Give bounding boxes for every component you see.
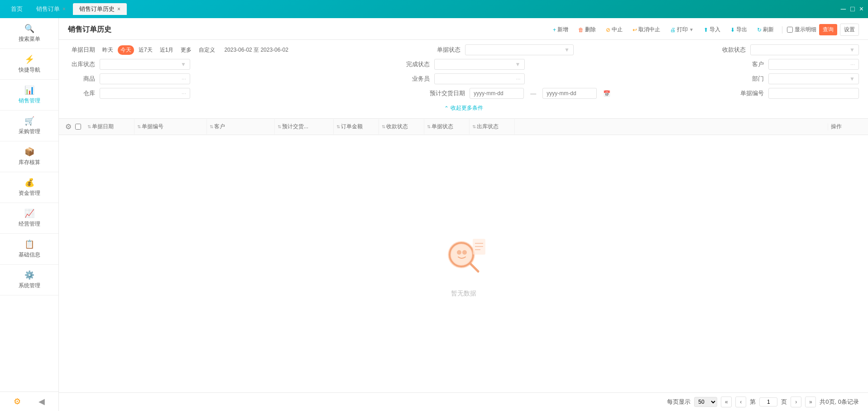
col-bill-status-sort-icon[interactable]: ⇅ — [427, 124, 431, 129]
first-page-button[interactable]: « — [721, 396, 732, 407]
tab-home[interactable]: 首页 — [5, 3, 29, 15]
cancel-stop-button[interactable]: ↩ 取消中止 — [629, 24, 664, 35]
tab-sales-order[interactable]: 销售订单 × — [30, 3, 72, 15]
date-shortcuts: 昨天 今天 近7天 近1月 更多 自定义 — [100, 45, 218, 55]
sidebar-item-sys-mgmt[interactable]: ⚙️ 系统管理 — [0, 265, 58, 295]
col-delivery-status-label: 出库状态 — [477, 123, 499, 131]
customer-filter-label: 客户 — [737, 60, 764, 68]
col-bill-status-label: 单据状态 — [432, 123, 453, 131]
tab-sales-order-history[interactable]: 销售订单历史 × — [73, 3, 127, 15]
delivery-status-dropdown-icon: ▼ — [181, 61, 186, 68]
col-delivery-status: ⇅ 出库状态 — [470, 119, 515, 134]
last-page-button[interactable]: » — [805, 396, 816, 407]
print-icon: 🖨 — [670, 27, 676, 33]
warehouse-select[interactable]: ··· — [100, 88, 190, 99]
sidebar-item-base-info[interactable]: 📋 基础信息 — [0, 234, 58, 265]
delete-icon: 🗑 — [578, 27, 584, 33]
sidebar-collapse-icon[interactable]: ◀ — [38, 396, 45, 406]
sidebar-item-inventory-calc[interactable]: 📦 库存核算 — [0, 141, 58, 172]
page-number-input[interactable] — [759, 397, 777, 406]
query-button[interactable]: 查询 — [819, 24, 837, 35]
complete-status-select[interactable]: ▼ — [434, 59, 525, 70]
print-dropdown-icon: ▼ — [689, 27, 694, 32]
col-expected-delivery-label: 预计交货... — [282, 123, 308, 131]
col-customer-sort-icon[interactable]: ⇅ — [210, 124, 213, 129]
sidebar-item-fund-mgmt[interactable]: 💰 资金管理 — [0, 172, 58, 203]
prev-page-button[interactable]: ‹ — [735, 396, 746, 407]
delete-button[interactable]: 🗑 删除 — [575, 24, 599, 35]
bill-status-select[interactable]: ▼ — [465, 44, 574, 55]
col-receipt-status: ⇅ 收款状态 — [379, 119, 424, 134]
sidebar: 🔍 搜索菜单 ⚡ 快捷导航 📊 销售管理 🛒 采购管理 📦 库存核算 💰 资金管… — [0, 18, 59, 411]
import-button[interactable]: ⬆ 导入 — [700, 24, 724, 35]
main-layout: 🔍 搜索菜单 ⚡ 快捷导航 📊 销售管理 🛒 采购管理 📦 库存核算 💰 资金管… — [0, 18, 868, 411]
display-toggle-checkbox[interactable] — [787, 27, 793, 33]
bill-no-label: 单据编号 — [737, 89, 764, 97]
shortcut-custom[interactable]: 自定义 — [196, 45, 218, 55]
salesperson-select[interactable]: ··· — [434, 73, 525, 84]
refresh-button[interactable]: ↻ 刷新 — [753, 24, 777, 35]
select-all-checkbox[interactable] — [75, 124, 81, 130]
complete-status-label: 完成状态 — [403, 60, 430, 68]
sidebar-item-sales-mgmt[interactable]: 📊 销售管理 — [0, 80, 58, 111]
content-area: 销售订单历史 + 新增 🗑 删除 ⊘ 中止 ↩ 取消中止 — [59, 18, 868, 411]
tab-sales-order-close[interactable]: × — [62, 6, 66, 12]
sidebar-item-inventory-calc-label: 库存核算 — [19, 159, 40, 166]
toolbar-divider — [782, 26, 782, 34]
shortcut-1month[interactable]: 近1月 — [157, 45, 177, 55]
table-area: ⚙ ⇅ 单据日期 ⇅ 单据编号 ⇅ 客户 — [59, 119, 868, 392]
sys-mgmt-icon: ⚙️ — [24, 270, 34, 280]
expected-date-from[interactable] — [470, 88, 524, 99]
expected-date-to[interactable] — [542, 88, 597, 99]
next-page-button[interactable]: › — [791, 396, 801, 407]
col-expected-delivery-sort-icon[interactable]: ⇅ — [278, 124, 281, 129]
import-icon: ⬆ — [704, 27, 708, 33]
col-bill-date-label: 单据日期 — [92, 123, 114, 131]
col-delivery-status-sort-icon[interactable]: ⇅ — [472, 124, 476, 129]
col-order-amount-sort-icon[interactable]: ⇅ — [336, 124, 340, 129]
page-label-suffix: 页 — [781, 398, 787, 406]
col-receipt-status-sort-icon[interactable]: ⇅ — [382, 124, 385, 129]
svg-point-4 — [457, 250, 461, 255]
sidebar-item-base-info-label: 基础信息 — [19, 251, 40, 259]
close-button[interactable]: × — [859, 5, 863, 13]
base-info-icon: 📋 — [24, 239, 34, 249]
refresh-icon: ↻ — [757, 27, 762, 33]
calendar-icon-from[interactable]: 📅 — [603, 90, 610, 97]
filter-area: 单据日期 昨天 今天 近7天 近1月 更多 自定义 2023-06-02 至 2… — [59, 40, 868, 119]
add-button[interactable]: + 新增 — [549, 24, 572, 35]
print-button[interactable]: 🖨 打印 ▼ — [667, 24, 697, 35]
sidebar-item-search-menu-label: 搜索菜单 — [19, 35, 40, 43]
sidebar-settings-icon[interactable]: ⚙ — [14, 396, 21, 406]
collapse-filter-button[interactable]: ⌃ 收起更多条件 — [442, 102, 485, 114]
empty-state: 暂无数据 — [59, 135, 868, 392]
warehouse-dots: ··· — [182, 90, 186, 97]
shortcut-more[interactable]: 更多 — [178, 45, 194, 55]
sidebar-item-ops-mgmt[interactable]: 📈 经营管理 — [0, 203, 58, 234]
tab-sales-order-history-close[interactable]: × — [117, 6, 120, 12]
display-toggle[interactable]: 显示明细 — [787, 26, 816, 34]
table-settings-icon[interactable]: ⚙ — [62, 119, 74, 135]
sidebar-item-quick-nav[interactable]: ⚡ 快捷导航 — [0, 49, 58, 80]
toolbar: + 新增 🗑 删除 ⊘ 中止 ↩ 取消中止 🖨 打印 — [549, 24, 859, 36]
minimize-button[interactable]: ─ — [841, 5, 846, 13]
page-size-select[interactable]: 50 10 20 100 — [694, 397, 717, 407]
maximize-button[interactable]: □ — [850, 5, 855, 13]
shortcut-7days[interactable]: 近7天 — [136, 45, 155, 55]
stop-button[interactable]: ⊘ 中止 — [602, 24, 626, 35]
goods-select[interactable]: ··· — [100, 73, 190, 84]
sidebar-item-search-menu[interactable]: 🔍 搜索菜单 — [0, 18, 58, 49]
col-bill-no-sort-icon[interactable]: ⇅ — [137, 124, 141, 129]
sort-icon[interactable]: ⇅ — [87, 124, 91, 129]
sidebar-item-purchase-mgmt[interactable]: 🛒 采购管理 — [0, 111, 58, 141]
export-button[interactable]: ⬇ 导出 — [727, 24, 751, 35]
col-actions: 操作 — [828, 119, 864, 134]
customer-select[interactable]: ··· — [768, 59, 859, 70]
receipt-status-select[interactable]: ▼ — [750, 44, 859, 55]
bill-no-input[interactable] — [768, 88, 859, 99]
shortcut-yesterday[interactable]: 昨天 — [100, 45, 116, 55]
delivery-status-select[interactable]: ▼ — [100, 59, 190, 70]
settings-button[interactable]: 设置 — [840, 24, 859, 36]
dept-select[interactable]: ▼ — [768, 73, 859, 84]
shortcut-today[interactable]: 今天 — [118, 45, 134, 55]
